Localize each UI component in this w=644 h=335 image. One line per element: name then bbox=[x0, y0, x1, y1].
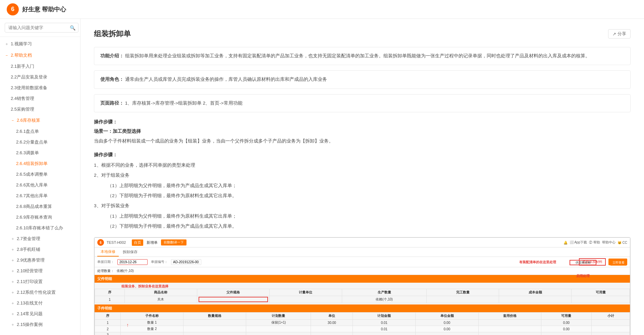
sidebar-item-2-6[interactable]: － 2.6库存核算 bbox=[0, 115, 80, 126]
th-2-8: 套用价格 bbox=[478, 313, 541, 320]
sidebar-label-2: 2.帮助文档 bbox=[11, 52, 32, 58]
app-topbar-id: TEST-H002 bbox=[107, 240, 126, 244]
app-table1: 序 商品名称 父件规格 计量单位 生产数量 完工数量 成本金额 可用量 bbox=[95, 289, 630, 303]
th-2-7: 单位金额 bbox=[416, 313, 478, 320]
search-button[interactable]: 🔍 bbox=[70, 25, 75, 31]
th-2-2: 子件名称 bbox=[121, 313, 183, 320]
td-r1-10 bbox=[592, 320, 630, 326]
app-label-order: 单据编号： bbox=[151, 260, 168, 264]
th-1-4: 计量单位 bbox=[269, 289, 342, 296]
search-input[interactable] bbox=[5, 23, 78, 33]
td-r2-7: 0.00 bbox=[416, 326, 478, 332]
sidebar-label-2-11: 2.11打印设置 bbox=[17, 279, 43, 285]
sidebar-item-2-7[interactable]: ＋ 2.7资金管理 bbox=[0, 233, 80, 244]
sidebar-item-2-5[interactable]: 2.5采购管理 bbox=[0, 104, 80, 115]
sidebar-item-2-2[interactable]: 2.2产品安装及登录 bbox=[0, 72, 80, 82]
sidebar-label-1: 1.视频学习 bbox=[11, 41, 32, 47]
sidebar-item-2-6-7[interactable]: 2.6.7其他出库单 bbox=[0, 190, 80, 201]
app-section1-header: 父件明细 bbox=[95, 275, 630, 283]
sidebar-label-2-14: 2.14常见问题 bbox=[17, 311, 43, 317]
share-icon: ↗ bbox=[612, 32, 616, 37]
sidebar-label-2-1: 2.1新手入门 bbox=[11, 63, 34, 69]
td-r2-2: 数量 2 bbox=[121, 326, 183, 332]
app-topbar: 6 TEST-H002 自页 新增单 前翻翻译一下 🔔 ⬜ App下载 ② 帮助… bbox=[95, 238, 630, 247]
expand-icon-2-7: ＋ bbox=[11, 236, 15, 242]
sidebar-label-2-6-10: 2.6.10库存账本错了么办 bbox=[16, 225, 63, 231]
td-r2-3 bbox=[183, 326, 246, 332]
sidebar-item-1[interactable]: ＋ 1.视频学习 bbox=[0, 38, 80, 50]
th-2-5: 单位 bbox=[311, 313, 353, 320]
nav-section: ＋ 1.视频学习 － 2.帮助文档 2.1新手入门 2.2产品安装及登录 2.3… bbox=[0, 37, 80, 331]
path-box: 页面路径： 1、库存核算->库存管理->组装拆卸单 2、首页->常用功能 bbox=[94, 94, 631, 112]
step-1: 1、根据不同的业务，选择不同单据的类型来处理 bbox=[94, 161, 631, 169]
sidebar-item-2-6-8[interactable]: 2.6.8商品成本重算 bbox=[0, 201, 80, 212]
sidebar-item-2-10[interactable]: ＋ 2.10经营管理 bbox=[0, 266, 80, 276]
sidebar-label-2-6-2: 2.6.2分量盘点单 bbox=[16, 139, 48, 145]
td-1-5: 依赖(个,10) bbox=[342, 296, 426, 303]
app-btn-apply[interactable]: 立即查看 bbox=[610, 260, 627, 266]
app-nav-new[interactable]: 新增单 bbox=[145, 239, 160, 246]
sidebar-item-2-13[interactable]: ＋ 2.13在线支付 bbox=[0, 298, 80, 309]
sidebar-label-2-6-8: 2.6.8商品成本重算 bbox=[16, 204, 52, 210]
expand-icon-2-11: ＋ bbox=[11, 279, 15, 285]
expand-icon-2-14: ＋ bbox=[11, 311, 15, 317]
app-subnav-add[interactable]: 拆卸保存 bbox=[119, 248, 141, 256]
step-2-2: （2）下部明细为子件明细，最终作为原材料生成其它出库单。 bbox=[101, 192, 631, 200]
scene1-desc: 当由多个子件材料组装成一个成品的业务为【组装】业务，当由一个父件拆分成多个子产品… bbox=[94, 137, 631, 145]
td-1-2: 关木 bbox=[124, 296, 197, 303]
ops-title: 操作步骤： bbox=[94, 119, 631, 125]
td-r2-5 bbox=[311, 326, 353, 332]
annotation-text-3: 启用处理 bbox=[576, 274, 590, 278]
sidebar-item-2-6-6[interactable]: 2.6.6其他入库单 bbox=[0, 180, 80, 190]
app-nav-save[interactable]: 前翻翻译一下 bbox=[161, 239, 186, 245]
sidebar-label-2-6-6: 2.6.6其他入库单 bbox=[16, 182, 48, 188]
th-2-4: 计划数量 bbox=[246, 313, 311, 320]
sidebar-item-2-6-10[interactable]: 2.6.10库存账本错了么办 bbox=[0, 223, 80, 233]
app-subnav: 本地保修 拆卸保存 bbox=[95, 247, 630, 257]
expand-icon-2-8: ＋ bbox=[11, 247, 15, 253]
sidebar-item-2-6-5[interactable]: 2.6.5成本调整单 bbox=[0, 169, 80, 180]
annotation-input-box: 供货商名称 bbox=[570, 260, 596, 265]
sidebar-item-2-6-2[interactable]: 2.6.2分量盘点单 bbox=[0, 137, 80, 148]
sidebar-item-2-6-4[interactable]: 2.6.4组装拆卸单 bbox=[0, 158, 80, 169]
sidebar-item-2-4[interactable]: 2.4销售管理 bbox=[0, 93, 80, 104]
sidebar-item-2-8[interactable]: ＋ 2.8手机旺铺 bbox=[0, 244, 80, 255]
app-subnav-list[interactable]: 本地保修 bbox=[97, 247, 119, 257]
share-button[interactable]: ↗ 分享 bbox=[608, 29, 631, 39]
td-r2-6: 0.01 bbox=[353, 326, 416, 332]
sidebar-item-2-6-9[interactable]: 2.6.9库存账本查询 bbox=[0, 212, 80, 223]
sidebar-item-2-6-3[interactable]: 2.6.3调拨单 bbox=[0, 148, 80, 158]
ops-steps-title: 操作步骤： bbox=[94, 152, 631, 158]
sidebar-item-2-14[interactable]: ＋ 2.14常见问题 bbox=[0, 309, 80, 319]
table-row: 1 关木 依赖(个,10) bbox=[95, 296, 630, 303]
sidebar-label-2-3: 2.3使用前数据准备 bbox=[11, 85, 47, 91]
sidebar-item-2-6-1[interactable]: 2.6.1盘点单 bbox=[0, 126, 80, 137]
app-table2: 序 子件名称 数量规格 计划数量 单位 计划金额 单位金额 套用价格 可用量 小… bbox=[95, 312, 630, 335]
app-nav-home[interactable]: 自页 bbox=[132, 239, 143, 246]
annotation-text-1: 有装配清单的在这里处理 bbox=[519, 260, 556, 265]
sidebar-item-2-11[interactable]: ＋ 2.11打印设置 bbox=[0, 276, 80, 287]
expand-icon-1: ＋ bbox=[5, 41, 9, 47]
th-1-8: 可用量 bbox=[572, 289, 630, 296]
sidebar-item-2-12[interactable]: ＋ 2.12系统个性化设置 bbox=[0, 287, 80, 298]
sidebar-item-2-3[interactable]: 2.3使用前数据准备 bbox=[0, 82, 80, 93]
sidebar-label-2-2: 2.2产品安装及登录 bbox=[11, 74, 47, 80]
app-subform: 处理数量： 依赖(个,10) bbox=[95, 267, 630, 275]
sidebar-label-2-6-7: 2.6.7其他出库单 bbox=[16, 193, 48, 199]
app-order-input[interactable] bbox=[171, 259, 201, 265]
expand-icon-2-12: ＋ bbox=[11, 290, 15, 295]
app-icon-center: 帮助中心 bbox=[602, 240, 615, 245]
app-date-input[interactable] bbox=[117, 259, 148, 265]
sidebar-item-2-1[interactable]: 2.1新手入门 bbox=[0, 61, 80, 72]
sidebar-item-2-15[interactable]: ＋ 2.15操作案例 bbox=[0, 319, 80, 330]
th-1-7: 成本金额 bbox=[499, 289, 572, 296]
sidebar-item-2-9[interactable]: ＋ 2.9优惠券管理 bbox=[0, 255, 80, 266]
step-2-1: （1）上部明细为父件明细，最终作为产成品生成其它入库单； bbox=[101, 182, 631, 190]
annotation-text-2: 组装业务、拆卸业务在这里选择 bbox=[121, 284, 168, 289]
td-r1-7: 0.00 bbox=[416, 320, 478, 326]
app-section2-header: 子件明细 bbox=[95, 304, 630, 312]
sidebar-label-2-7: 2.7资金管理 bbox=[17, 236, 40, 242]
sidebar-item-2[interactable]: － 2.帮助文档 bbox=[0, 50, 80, 61]
intro-label: 功能介绍： bbox=[100, 53, 124, 58]
sidebar-label-2-6-4: 2.6.4组装拆卸单 bbox=[16, 161, 48, 167]
